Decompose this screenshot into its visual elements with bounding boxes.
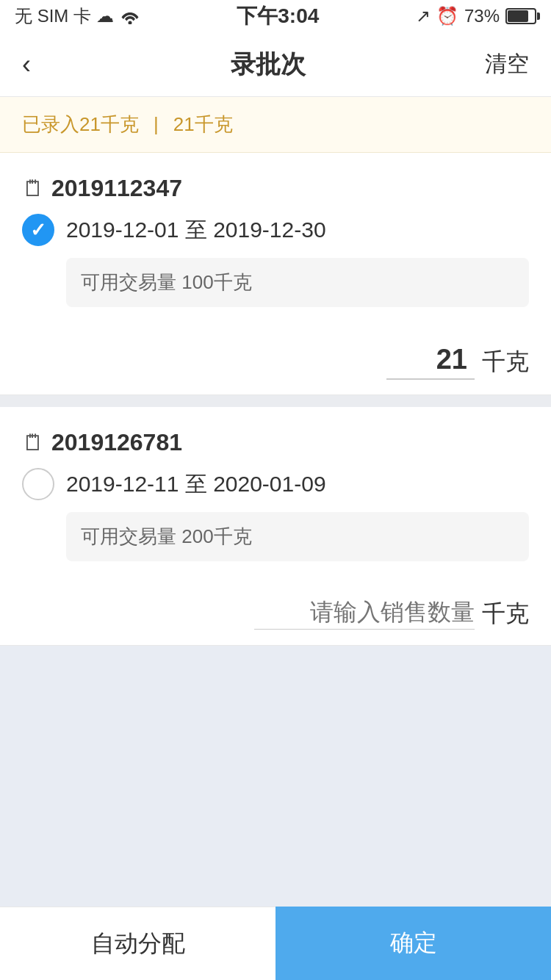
alarm-icon: ⏰ [436, 6, 458, 26]
batch-2-radio[interactable] [22, 468, 54, 500]
clear-button[interactable]: 清空 [470, 49, 529, 79]
confirm-button[interactable]: 确定 [276, 907, 551, 980]
batch-2-id: 2019126781 [51, 429, 182, 456]
batch-2-input-row[interactable]: 千克 [0, 583, 551, 646]
batch-1-qty-row: 21 千克 [0, 329, 551, 395]
batch-2-icon: 🗒 [22, 430, 44, 455]
status-right: ↗ ⏰ 73% [416, 6, 536, 26]
info-banner: 已录入21千克 | 21千克 [0, 97, 551, 153]
auto-distribute-button[interactable]: 自动分配 [0, 907, 276, 980]
no-sim-text: 无 SIM 卡 ☁ [15, 4, 114, 28]
batch-item-1: 🗒 2019112347 2019-12-01 至 2019-12-30 可用交… [0, 153, 551, 329]
status-left: 无 SIM 卡 ☁ [15, 4, 140, 28]
empty-area [0, 646, 551, 907]
status-time: 下午3:04 [237, 2, 319, 30]
batch-1-id: 2019112347 [51, 175, 182, 202]
status-bar: 无 SIM 卡 ☁ 下午3:04 ↗ ⏰ 73% [0, 0, 551, 32]
batch-2-header: 🗒 2019126781 [22, 429, 529, 456]
entered-value: 21千克 [173, 112, 233, 137]
main-content: 已录入21千克 | 21千克 🗒 2019112347 2019-12-01 至… [0, 97, 551, 907]
batch-2-date: 2019-12-11 至 2020-01-09 [66, 469, 326, 500]
batch-2-input-wrap[interactable] [254, 599, 475, 630]
batch-1-icon: 🗒 [22, 176, 44, 201]
batch-2-available: 可用交易量 200千克 [66, 512, 529, 561]
batch-2-unit: 千克 [482, 598, 529, 630]
nav-bar: ‹ 录批次 清空 [0, 32, 551, 97]
bottom-bar: 自动分配 确定 [0, 907, 551, 980]
batch-1-qty-display[interactable]: 21 [386, 344, 475, 380]
battery-percent: 73% [464, 6, 500, 26]
batch-1-row: 2019-12-01 至 2019-12-30 [22, 214, 529, 246]
battery-icon [505, 8, 536, 24]
batch-1-available: 可用交易量 100千克 [66, 258, 529, 307]
batch-1-header: 🗒 2019112347 [22, 175, 529, 202]
wifi-icon [120, 8, 140, 24]
location-icon: ↗ [416, 6, 431, 26]
batch-2-row: 2019-12-11 至 2020-01-09 [22, 468, 529, 500]
batch-1-radio[interactable] [22, 214, 54, 246]
batch-1-qty-value: 21 [436, 344, 467, 375]
batch-1-unit: 千克 [482, 346, 529, 378]
batch-1-date: 2019-12-01 至 2019-12-30 [66, 215, 326, 245]
batch-2-qty-input[interactable] [254, 599, 475, 629]
batch-item-2: 🗒 2019126781 2019-12-11 至 2020-01-09 可用交… [0, 407, 551, 583]
section-divider [0, 395, 551, 407]
entered-label: 已录入21千克 [22, 112, 139, 137]
page-title: 录批次 [231, 48, 306, 82]
info-divider: | [154, 113, 159, 136]
back-button[interactable]: ‹ [22, 49, 66, 80]
svg-point-0 [128, 21, 132, 25]
